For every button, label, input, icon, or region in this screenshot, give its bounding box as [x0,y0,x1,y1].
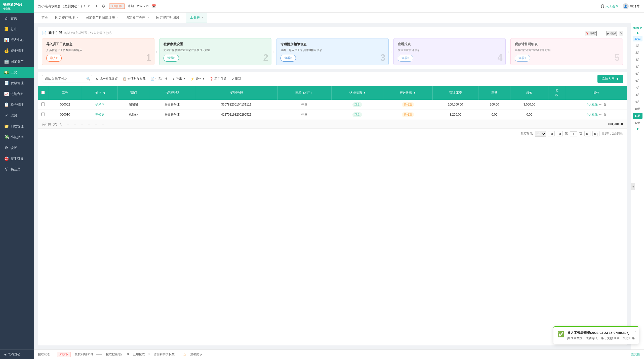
tab-工资表[interactable]: 工资表× [186,13,207,23]
tab-close-5[interactable]: × [202,16,204,19]
search-input[interactable] [42,75,92,82]
guide-close-btn[interactable]: × [620,31,623,36]
auth-used-label: 授权数量总计：0 [106,352,129,356]
user-menu[interactable]: 👤 徐泽华 [623,3,640,9]
cal-month-5[interactable]: 5月 [633,71,642,77]
search-icon[interactable]: 🔍 [86,77,90,81]
tab-固定资产类别[interactable]: 固定资产类别× [122,13,153,23]
row-select-0[interactable] [41,102,45,106]
cal-month-12[interactable]: 12月 [633,120,642,126]
sidebar-item-资金管理[interactable]: 💰资金管理 [0,45,34,56]
cal-year-2023[interactable]: 2023 [633,36,642,41]
step-btn-4[interactable]: 查看> [515,55,530,62]
toast-close-btn[interactable]: × [634,329,636,333]
toolbar-action-操作[interactable]: ⚡操作▼ [189,77,206,81]
calendar-icon[interactable]: 📅 [152,4,156,8]
cal-month-8[interactable]: 8月 [633,92,642,98]
status-filter-icon[interactable]: ▼ [363,91,366,94]
toolbar-action-刷新[interactable]: ↺刷新 [230,77,242,81]
add-account-icon[interactable]: + [94,4,99,9]
settings-icon[interactable]: ⚙ [101,3,106,9]
col-allowance: 津贴 [478,86,510,100]
next-page-btn[interactable]: ▶ [584,131,590,136]
sidebar-item-进销台账[interactable]: 📈进销台账 [0,88,34,99]
guide-help-btn[interactable]: ❓ 帮助 [585,31,597,36]
col-dept: *部门 [118,86,149,100]
tab-close-4[interactable]: × [181,16,183,19]
tab-固定资产管理[interactable]: 固定资产管理× [52,13,82,23]
name-sort-icon[interactable]: ⇅ [103,91,105,94]
row-delete-icon-0[interactable]: 🗑 [603,103,607,106]
row-name-link-0[interactable]: 徐泽华 [95,103,104,106]
first-page-btn[interactable]: |◀ [548,131,555,136]
cal-month-3[interactable]: 3月 [633,57,642,63]
sidebar-item-工资[interactable]: 💵工资 [0,67,34,78]
toolbar-action-统一社保设置[interactable]: ⚙统一社保设置 [95,77,119,81]
version-toggle-button[interactable]: 切到旧版 [109,4,125,9]
cal-up-btn[interactable]: ▲ [636,31,640,35]
tab-固定资产折旧统计表[interactable]: 固定资产折旧统计表× [82,13,122,23]
row-performance-1: 0.00 [510,110,548,120]
tab-首页[interactable]: 首页 [38,13,52,23]
row-select-1[interactable] [41,113,45,116]
page-number-input[interactable] [570,131,577,136]
cal-month-6[interactable]: 6月 [633,78,642,84]
period-value[interactable]: 2023-11 [137,4,149,8]
row-base-1: 3,200.00 [432,110,478,120]
sidebar-item-归档管理[interactable]: 📁归档管理 [0,121,34,132]
toolbar-action-新手引导[interactable]: ❓新手引导 [209,77,227,81]
guide-video-btn[interactable]: ▶ 视频 [607,31,617,36]
sidebar-item-发票管理[interactable]: 🧾发票管理 [0,78,34,88]
send-filter-icon[interactable]: ▼ [413,91,416,94]
sidebar-item-税务管理[interactable]: 📋税务管理 [0,99,34,110]
cal-month-2[interactable]: 2月 [633,49,642,56]
sidebar-item-首页[interactable]: ⌂首页 [0,13,34,24]
add-person-button[interactable]: 添加人员 ▼ [597,75,623,83]
sidebar-item-设置[interactable]: ⚙设置 [0,142,34,153]
sidebar-item-固定资产[interactable]: 🏢固定资产 [0,56,34,67]
cal-month-11[interactable]: 11月 [633,113,642,119]
row-social-btn-0[interactable]: 个人社保 [586,103,598,106]
cal-down-btn[interactable]: ▼ [636,127,640,131]
tab-close-3[interactable]: × [147,16,149,19]
sidebar-item-报表中心[interactable]: 📊报表中心 [0,34,34,45]
right-sidebar: ◀ 2023.11 ▲ 20231月2月3月4月5月6月7月8月9月10月11月… [631,23,644,349]
row-delete-icon-1[interactable]: 🗑 [603,113,607,116]
toast-success-icon: ✅ [557,331,564,338]
row-edit-icon-1[interactable]: ✏ [599,113,601,116]
cal-month-7[interactable]: 7月 [633,85,642,91]
sidebar-item-小畅报销[interactable]: 💸小畅报销 [0,132,34,142]
toolbar-action-个税申报[interactable]: 📄个税申报 [150,77,169,81]
service-btn[interactable]: 🎧 人工咨询 [600,4,619,9]
step-btn-0[interactable]: 导入> [46,55,62,62]
sidebar-item-畅会员[interactable]: V畅会员 [0,164,34,175]
step-btn-2[interactable]: 查看> [280,55,296,62]
prev-page-btn[interactable]: ◀ [557,131,563,136]
toolbar-action-导出[interactable]: ⬇导出▼ [172,77,186,81]
sidebar-item-结账[interactable]: ✓结账 [0,110,34,121]
cal-month-4[interactable]: 4月 [633,64,642,70]
toolbar-action-专项附加扣除[interactable]: 📋专项附加扣除 [122,77,147,81]
row-name-link-1[interactable]: 李俊杰 [95,113,104,116]
sidebar-item-新手引导[interactable]: 🎯新手引导 [0,153,34,164]
guide-arrow-2: › [273,49,275,55]
tab-close-1[interactable]: × [77,16,78,19]
cal-month-1[interactable]: 1月 [633,42,642,48]
row-social-btn-1[interactable]: 个人社保 [586,113,598,116]
step-btn-1[interactable]: 设置> [164,55,179,62]
select-all-checkbox[interactable] [41,91,45,94]
tab-close-2[interactable]: × [117,16,119,19]
account-selector[interactable]: 刘小艳演示账套（勿删勿动！）1 ▼ [38,4,90,9]
recharge-btn[interactable]: 去充值 [631,352,640,356]
step-btn-3[interactable]: 查看> [398,55,413,62]
row-edit-icon-0[interactable]: ✏ [599,103,601,106]
tab-固定资产明细账[interactable]: 固定资产明细账× [153,13,186,23]
add-person-label: 添加人员 [601,77,615,81]
sidebar-bottom[interactable]: ◀ 取消固定 [0,349,34,359]
per-page-select[interactable]: 10 20 50 [535,131,546,137]
last-page-btn[interactable]: ▶| [592,131,599,136]
cal-month-9[interactable]: 9月 [633,99,642,105]
sidebar-item-总账[interactable]: 📒总账 [0,24,34,34]
sidebar-collapse-btn[interactable]: ◀ [631,183,635,190]
cal-month-10[interactable]: 10月 [633,106,642,112]
